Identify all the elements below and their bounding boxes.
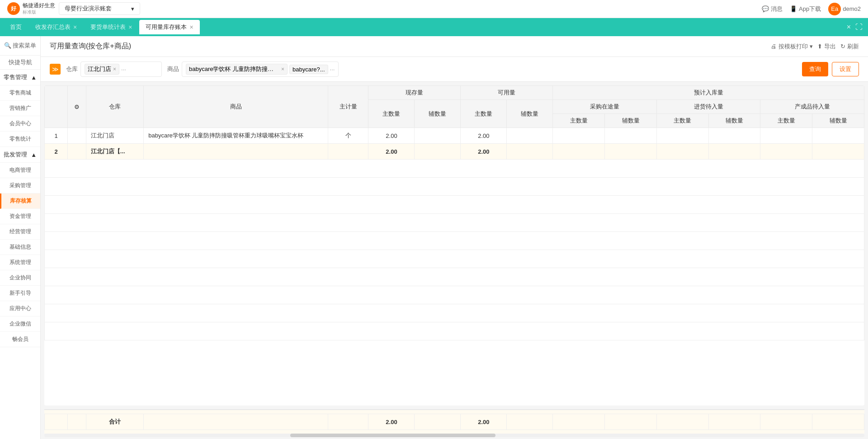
tab-available-stock-label: 可用量库存账本 bbox=[146, 23, 187, 31]
tab-receive-summary[interactable]: 收发存汇总表 × bbox=[29, 20, 83, 34]
query-btn[interactable]: 查询 bbox=[802, 62, 828, 76]
sidebar-item-wechat[interactable]: 企业微信 bbox=[0, 316, 40, 332]
content-area: 可用量查询(按仓库+商品) 🖨 按模板打印 ▾ ⬆ 导出 ↻ 刷新 ≫ bbox=[41, 36, 868, 439]
empty-row bbox=[45, 214, 864, 232]
sidebar-search-btn[interactable]: 🔍 搜索菜单 bbox=[4, 40, 37, 52]
product-more[interactable]: ··· bbox=[330, 66, 335, 73]
subtotal-product-incoming-main bbox=[760, 144, 812, 160]
industry-selector[interactable]: 母婴行业演示账套 ▾ bbox=[59, 2, 140, 15]
tab-available-stock-close[interactable]: × bbox=[189, 24, 193, 31]
sidebar-item-marketing[interactable]: 营销推广 bbox=[0, 101, 40, 116]
product-tag1-close[interactable]: × bbox=[281, 66, 284, 72]
th-settings[interactable]: ⚙ bbox=[67, 86, 86, 128]
th-product-incoming-main: 主数量 bbox=[760, 114, 812, 128]
th-available-group: 可用量 bbox=[461, 86, 553, 100]
total-incoming-main bbox=[656, 414, 708, 430]
sidebar-item-inventory[interactable]: 库存核算 bbox=[0, 194, 40, 209]
settings-btn[interactable]: 设置 bbox=[832, 62, 859, 76]
product-input[interactable]: babycare学饮杯 儿童防摔防撞吸管杯重力球吸嘴杯宝宝水杯 × babyca… bbox=[182, 61, 339, 77]
total-label: 合计 bbox=[86, 414, 143, 430]
tab-receive-summary-close[interactable]: × bbox=[73, 24, 77, 31]
message-btn[interactable]: 💬 消息 bbox=[762, 5, 783, 13]
app-download-btn[interactable]: 📱 App下载 bbox=[790, 5, 821, 13]
total-prod-incoming-aux bbox=[812, 414, 864, 430]
user-profile[interactable]: Ea demo2 bbox=[828, 3, 861, 15]
filter-toggle-btn[interactable]: ≫ bbox=[50, 64, 61, 75]
export-label: 导出 bbox=[824, 42, 836, 51]
sidebar-item-retail-stats[interactable]: 零售统计 bbox=[0, 132, 40, 147]
subtotal-available-aux bbox=[507, 144, 553, 160]
sidebar-item-procurement[interactable]: 采购管理 bbox=[0, 178, 40, 194]
td-incoming-main bbox=[656, 128, 708, 144]
sidebar-item-basic-info[interactable]: 基础信息 bbox=[0, 240, 40, 255]
refresh-icon: ↻ bbox=[840, 43, 845, 50]
tab-receive-summary-label: 收发存汇总表 bbox=[35, 23, 71, 31]
sidebar-group-retail-label: 零售管理 bbox=[4, 73, 27, 81]
warehouse-input[interactable]: 江北门店 × ··· bbox=[80, 61, 162, 77]
tab-order-stats-close[interactable]: × bbox=[128, 24, 132, 31]
empty-row bbox=[45, 196, 864, 214]
filter-bar: ≫ 仓库 江北门店 × ··· 商品 babycare学饮杯 儿童防摔防撞吸管杯… bbox=[41, 57, 868, 82]
export-btn[interactable]: ⬆ 导出 bbox=[817, 42, 836, 51]
sidebar-group-wholesale-label: 批发管理 bbox=[4, 151, 27, 159]
tab-order-stats[interactable]: 要货单统计表 × bbox=[84, 20, 138, 34]
quick-nav-btn[interactable]: 快捷导航 bbox=[0, 56, 40, 70]
total-empty4 bbox=[328, 414, 368, 430]
sidebar-item-enterprise[interactable]: 企业协同 bbox=[0, 270, 40, 286]
sidebar-item-ecommerce[interactable]: 电商管理 bbox=[0, 163, 40, 178]
warehouse-tag-close[interactable]: × bbox=[113, 66, 116, 72]
th-main-unit: 主计量 bbox=[328, 86, 368, 128]
subtotal-purchase-transit-main bbox=[553, 144, 605, 160]
empty-row bbox=[45, 232, 864, 250]
close-all-tabs-btn[interactable]: × bbox=[845, 21, 853, 33]
total-stock-aux bbox=[415, 414, 461, 430]
th-stock-main: 主数量 bbox=[368, 100, 415, 128]
sidebar-item-system[interactable]: 系统管理 bbox=[0, 255, 40, 270]
tab-available-stock[interactable]: 可用量库存账本 × bbox=[139, 20, 199, 34]
th-product-incoming-group: 产成品待入量 bbox=[760, 100, 864, 114]
sidebar-item-app-center[interactable]: 应用中心 bbox=[0, 301, 40, 316]
sidebar-group-wholesale-header[interactable]: 批发管理 ▲ bbox=[0, 147, 40, 163]
tab-home[interactable]: 首页 bbox=[4, 20, 28, 34]
phone-icon: 📱 bbox=[790, 5, 797, 12]
td-incoming-aux bbox=[708, 128, 760, 144]
sidebar-item-member2[interactable]: 畅会员 bbox=[0, 332, 40, 347]
sidebar-item-finance[interactable]: 资金管理 bbox=[0, 209, 40, 224]
product-tag2-value: babycare?... bbox=[292, 66, 325, 73]
horizontal-scrollbar[interactable] bbox=[44, 434, 864, 437]
sidebar-item-member[interactable]: 会员中心 bbox=[0, 116, 40, 132]
subtotal-incoming-main bbox=[656, 144, 708, 160]
th-rownum bbox=[45, 86, 68, 128]
refresh-btn[interactable]: ↻ 刷新 bbox=[840, 42, 859, 51]
warehouse-more[interactable]: ··· bbox=[121, 66, 126, 73]
print-btn[interactable]: 🖨 按模板打印 ▾ bbox=[771, 42, 813, 51]
app-download-label: App下载 bbox=[799, 5, 821, 13]
export-icon: ⬆ bbox=[817, 43, 822, 50]
column-settings-icon[interactable]: ⚙ bbox=[74, 104, 80, 110]
table-total-footer: 合计 2.00 2.00 bbox=[44, 409, 864, 434]
subtotal-main-unit bbox=[328, 144, 368, 160]
total-empty3 bbox=[144, 414, 328, 430]
sidebar-item-operations[interactable]: 经营管理 bbox=[0, 224, 40, 240]
scroll-thumb[interactable] bbox=[290, 434, 495, 437]
sidebar-group-retail-header[interactable]: 零售管理 ▲ bbox=[0, 70, 40, 85]
td-purchase-transit-aux bbox=[605, 128, 657, 144]
td-stock-main: 2.00 bbox=[368, 128, 415, 144]
subtotal-rownum: 2 bbox=[45, 144, 68, 160]
logo-area: 好 畅捷通好生意 标准版 bbox=[7, 2, 55, 15]
sidebar-item-retail-mall[interactable]: 零售商城 bbox=[0, 85, 40, 101]
th-purchase-transit-group: 采购在途量 bbox=[553, 100, 656, 114]
total-empty2 bbox=[67, 414, 86, 430]
avatar-text: Ea bbox=[831, 5, 838, 12]
expand-btn[interactable]: ⛶ bbox=[854, 21, 864, 33]
sidebar-item-newbie[interactable]: 新手引导 bbox=[0, 286, 40, 301]
subtotal-settings bbox=[67, 144, 86, 160]
sidebar-group-retail: 零售管理 ▲ 零售商城 营销推广 会员中心 零售统计 bbox=[0, 70, 40, 147]
main-layout: 🔍 搜索菜单 快捷导航 零售管理 ▲ 零售商城 营销推广 会员中心 零售统计 批… bbox=[0, 36, 868, 439]
subtotal-incoming-aux bbox=[708, 144, 760, 160]
td-product: babycare学饮杯 儿童防摔防撞吸管杯重力球吸嘴杯宝宝水杯 bbox=[144, 128, 328, 144]
td-product-incoming-aux bbox=[812, 128, 864, 144]
product-tag2: babycare?... bbox=[289, 65, 328, 74]
chevron-down-icon-print: ▾ bbox=[810, 43, 813, 50]
th-stock-aux: 辅数量 bbox=[415, 100, 461, 128]
